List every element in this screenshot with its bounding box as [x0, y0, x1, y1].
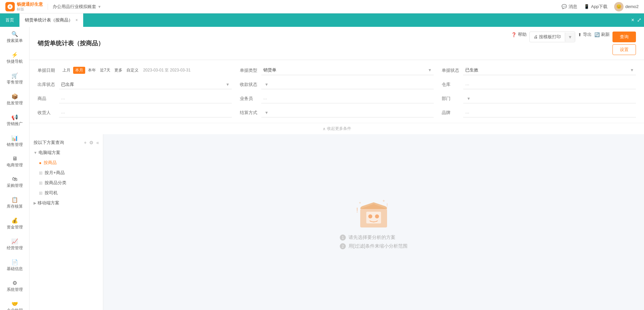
collapse-left-icon[interactable]: «: [96, 140, 99, 145]
receiver-dots-icon[interactable]: ···: [61, 110, 65, 115]
filter-department: 部门 ▼: [442, 94, 636, 103]
topbar-right: 💬 消息 📱 App下载 😊 demo2: [561, 2, 639, 11]
date-btn-this-month[interactable]: 本月: [73, 67, 85, 74]
date-btn-more[interactable]: 更多: [113, 67, 124, 74]
print-icon: 🖨: [534, 34, 538, 39]
template-print-label: 🖨 按模板打印: [530, 32, 565, 42]
filter-row-3: 商品 ··· 业务员 ··· 部门 ▼: [38, 94, 636, 103]
settings-button[interactable]: 设置: [612, 44, 636, 55]
app-download-icon: 📱: [584, 4, 589, 9]
sidebar-item-wholesale[interactable]: 📦 批发管理: [0, 89, 29, 110]
tab-home[interactable]: 首页: [0, 13, 19, 27]
query-button[interactable]: 查询: [612, 32, 636, 42]
purchase-icon: 🛍: [1, 176, 28, 182]
sidebar-item-marketing[interactable]: 📢 营销推广: [0, 110, 29, 131]
date-btn-this-year[interactable]: 本年: [87, 67, 97, 74]
receiver-control[interactable]: ···: [59, 108, 232, 117]
scheme-settings-icon[interactable]: ⚙: [89, 140, 94, 145]
sidebar-item-ecommerce[interactable]: 🖥 电商管理: [0, 152, 29, 172]
tree-section-mobile-header[interactable]: ▶ 移动端方案: [30, 198, 103, 208]
filter-collect-status: 收款状态 ▼: [240, 80, 434, 89]
logo-icon: [5, 2, 15, 11]
quick-nav-icon: ⚡: [1, 52, 28, 58]
brand-control[interactable]: ···: [463, 108, 636, 117]
help-button[interactable]: ❓ 帮助: [511, 32, 527, 38]
tab-expand-icon[interactable]: ⤢: [637, 17, 641, 23]
workspace-selector[interactable]: 办公用品行业模拟账套 ▼: [48, 4, 101, 10]
page-actions: ❓ 帮助 🖨 按模板打印 ▼ ⬆ 导出 🔄 刷新: [511, 32, 636, 60]
goods-dots-icon[interactable]: ···: [61, 96, 65, 101]
svg-text:✦: ✦: [359, 201, 361, 205]
tree-item-by-month-goods[interactable]: ⊞ 按月+商品: [35, 168, 103, 178]
collapse-bar[interactable]: ∧ 收起更多条件: [30, 123, 644, 134]
template-print-button[interactable]: 🖨 按模板打印 ▼: [529, 32, 576, 42]
app-download-action[interactable]: 📱 App下载: [584, 4, 607, 10]
filter-warehouse: 仓库 ···: [442, 80, 636, 89]
body-layout: 按以下方案查询 + ⚙ « ▼ 电脑端方案 ●: [30, 134, 644, 310]
filter-salesperson: 业务员 ···: [240, 94, 434, 103]
left-panel-header: 按以下方案查询 + ⚙ «: [30, 138, 103, 148]
inventory-icon: 📋: [1, 197, 28, 203]
empty-text: 1 请先选择要分析的方案 2 用[过滤]条件来缩小分析范围: [340, 235, 408, 252]
salesperson-control[interactable]: ···: [261, 94, 434, 103]
filter-date: 单据日期 上月 本月 本年 近7天 更多 自定义 2023-03-01 至 20…: [38, 65, 232, 75]
tree-item-by-goods[interactable]: ● 按商品: [35, 158, 103, 168]
template-print-arrow-icon[interactable]: ▼: [565, 33, 575, 42]
sidebar-item-enterprise[interactable]: 🤝 企业协同: [0, 297, 29, 310]
sidebar-item-basic[interactable]: 📄 基础信息: [0, 255, 29, 276]
tree-item-by-category-icon: ⊞: [39, 180, 43, 186]
date-btn-custom[interactable]: 自定义: [125, 67, 140, 74]
doc-status-control[interactable]: 已生效 ▼: [463, 66, 636, 75]
tab-close-icon[interactable]: ×: [75, 18, 78, 22]
sidebar-item-finance[interactable]: 💰 资金管理: [0, 213, 29, 234]
sidebar-item-inventory[interactable]: 📋 库存核算: [0, 193, 29, 213]
sidebar-item-system[interactable]: ⚙ 系统管理: [0, 276, 29, 297]
goods-control[interactable]: ···: [59, 94, 232, 103]
date-btn-last-month[interactable]: 上月: [61, 67, 72, 74]
svg-point-3: [375, 214, 379, 218]
add-scheme-button[interactable]: +: [84, 140, 87, 145]
finance-icon: 💰: [1, 217, 28, 224]
out-status-control[interactable]: 已出库 ▼: [59, 80, 232, 89]
user-area[interactable]: 😊 demo2: [614, 2, 639, 11]
brand-dots-icon[interactable]: ···: [465, 110, 469, 115]
warehouse-dots-icon[interactable]: ···: [465, 82, 469, 87]
message-action[interactable]: 💬 消息: [561, 4, 577, 10]
tree-item-by-sku[interactable]: ⊞ 按司机: [35, 188, 103, 198]
message-icon: 💬: [561, 4, 567, 9]
date-btn-last-7days[interactable]: 近7天: [99, 67, 112, 74]
basic-icon: 📄: [1, 259, 28, 265]
doc-type-control[interactable]: 销货单 ▼: [261, 66, 434, 75]
sidebar-item-quick-nav[interactable]: ⚡ 快捷导航: [0, 48, 29, 68]
sidebar-item-purchase[interactable]: 🛍 采购管理: [0, 172, 29, 193]
collect-status-control[interactable]: ▼: [261, 80, 434, 89]
date-control[interactable]: 上月 本月 本年 近7天 更多 自定义 2023-03-01 至 2023-03…: [59, 65, 232, 75]
filter-row-4: 收货人 ··· 结算方式 ▼ 品牌 ···: [38, 108, 636, 117]
tree-arrow-mobile-icon: ▶: [34, 201, 36, 205]
settlement-arrow-icon: ▼: [265, 110, 269, 115]
sidebar-item-retail[interactable]: 🛒 零售管理: [0, 68, 29, 89]
settlement-control[interactable]: ▼: [261, 108, 434, 117]
topbar: 畅捷通好生意 标版 办公用品行业模拟账套 ▼ 💬 消息 📱 App下载 😊 de…: [0, 0, 644, 13]
sidebar-item-operations[interactable]: 📈 经营管理: [0, 234, 29, 255]
export-button[interactable]: ⬆ 导出: [578, 32, 592, 38]
out-status-arrow-icon: ▼: [226, 82, 230, 87]
doc-status-arrow-icon: ▼: [630, 68, 634, 72]
sidebar-item-search-menu[interactable]: 🔍 搜索菜单: [0, 27, 29, 48]
refresh-button[interactable]: 🔄 刷新: [594, 32, 610, 38]
tree-item-by-month-goods-icon: ⊞: [39, 170, 43, 175]
tab-report[interactable]: 销货单统计表（按商品） ×: [19, 13, 83, 27]
department-control[interactable]: ▼: [463, 94, 636, 103]
warehouse-control[interactable]: ···: [463, 80, 636, 89]
sidebar-item-sales[interactable]: 📊 销售管理: [0, 131, 29, 152]
tree-section-desktop-header[interactable]: ▼ 电脑端方案: [30, 148, 103, 158]
empty-state: ! ! ✦ ✦ 1 请先选择要分析的方案 2: [103, 134, 644, 310]
tab-close-all-icon[interactable]: ×: [631, 17, 634, 23]
salesperson-dots-icon[interactable]: ···: [263, 96, 267, 101]
filter-brand: 品牌 ···: [442, 108, 636, 117]
sales-icon: 📊: [1, 135, 28, 141]
filter-row-1: 单据日期 上月 本月 本年 近7天 更多 自定义 2023-03-01 至 20…: [38, 65, 636, 75]
svg-text:!: !: [386, 203, 388, 208]
tree-item-by-category[interactable]: ⊞ 按商品分类: [35, 178, 103, 188]
collapse-up-icon: ∧: [323, 126, 326, 131]
